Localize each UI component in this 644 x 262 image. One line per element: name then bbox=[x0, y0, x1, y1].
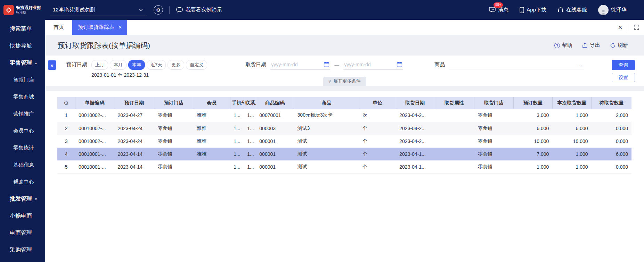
gear-icon: ⚙ bbox=[156, 7, 161, 13]
close-panel-icon[interactable]: × bbox=[618, 24, 622, 31]
tab-active-label: 预订取货跟踪表 bbox=[78, 24, 114, 31]
sidebar-item-retail-stats[interactable]: 零售统计 bbox=[0, 140, 45, 157]
cell-member bbox=[193, 160, 230, 173]
sidebar-item-ecommerce-management[interactable]: 电商管理 bbox=[0, 225, 45, 242]
sidebar-item-wholesale-management[interactable]: 批发管理▼ bbox=[0, 191, 45, 208]
sidebar-item-procurement-management[interactable]: 采购管理 bbox=[0, 242, 45, 259]
export-button[interactable]: 导出 bbox=[582, 42, 600, 49]
logo-subtitle: 标准版 bbox=[16, 10, 41, 15]
sidebar-item-retail-management[interactable]: 零售管理▲ bbox=[0, 54, 45, 71]
table-row[interactable]: 100010002-...2023-04-27零食铺雅雅1...1...0007… bbox=[57, 109, 631, 122]
settings-button[interactable]: 设置 bbox=[612, 73, 635, 82]
column-header-phone[interactable]: 手机号 bbox=[230, 97, 244, 109]
sidebar-item-smart-store[interactable]: 智慧门店 bbox=[0, 71, 45, 88]
row-index: 3 bbox=[57, 135, 75, 147]
fullscreen-icon[interactable] bbox=[634, 25, 639, 30]
cell-phone: 1... bbox=[230, 147, 244, 160]
cell-current-pickup-qty: 1.000 bbox=[552, 147, 591, 160]
topbar-settings-button[interactable]: ⚙ bbox=[154, 5, 163, 15]
cell-pickup-store: 零食铺 bbox=[474, 160, 513, 173]
calendar-icon[interactable] bbox=[324, 61, 329, 67]
help-button[interactable]: ? 帮助 bbox=[554, 42, 572, 49]
sidebar-menu: 搜索菜单快捷导航零售管理▲智慧门店零售商城营销推广会员中心零售统计基础信息帮助中… bbox=[0, 20, 45, 262]
sidebar-item-search-menu[interactable]: 搜索菜单 bbox=[0, 20, 45, 37]
product-picker-button[interactable]: ... bbox=[577, 62, 583, 67]
range-pill-this-year[interactable]: 本年 bbox=[128, 60, 145, 70]
user-menu[interactable]: 徐泽华 bbox=[598, 5, 627, 15]
table-row[interactable]: 500010001-...2023-04-14零食铺1...1...000001… bbox=[57, 160, 631, 173]
cell-order-date: 2023-04-24 bbox=[114, 135, 154, 147]
tab-home[interactable]: 首页 bbox=[45, 20, 72, 35]
column-header-current-pickup-qty[interactable]: 本次取货数量 bbox=[552, 97, 591, 109]
collapse-filters-button[interactable]: » bbox=[48, 60, 56, 70]
demo-link[interactable]: 我要看实例演示 bbox=[176, 7, 222, 13]
org-selector[interactable]: 12李艳芬测试勿删 bbox=[50, 4, 147, 16]
sidebar-item-retail-mall[interactable]: 零售商城 bbox=[0, 88, 45, 105]
column-header-product[interactable]: 商品 bbox=[294, 97, 359, 109]
sidebar-item-label: 批发管理 bbox=[10, 195, 32, 203]
logo-icon bbox=[3, 5, 14, 15]
column-header-pickup-date[interactable]: 取货日期 bbox=[396, 97, 434, 109]
column-header-pending-qty[interactable]: 待取货数量 bbox=[592, 97, 631, 109]
pickup-date-end-input[interactable] bbox=[344, 62, 394, 67]
sidebar-item-quick-nav[interactable]: 快捷导航 bbox=[0, 37, 45, 54]
logo-text: 畅捷通好业财 标准版 bbox=[16, 6, 41, 14]
row-index: 2 bbox=[57, 122, 75, 135]
sidebar-item-label: 零售管理 bbox=[10, 59, 32, 67]
pickup-date-end[interactable] bbox=[343, 60, 403, 70]
calendar-icon[interactable] bbox=[397, 61, 402, 67]
sidebar-item-xiaochang-ecommerce[interactable]: 小畅电商 bbox=[0, 208, 45, 225]
range-pill-last-7-days[interactable]: 近7天 bbox=[147, 60, 166, 70]
cell-phone: 1... bbox=[230, 122, 244, 135]
column-header-pickup-store[interactable]: 取货门店 bbox=[474, 97, 513, 109]
tab-pickup-tracking[interactable]: 预订取货跟踪表 × bbox=[72, 20, 127, 35]
sidebar-item-help-center[interactable]: 帮助中心 bbox=[0, 174, 45, 191]
column-header-pickup-attr[interactable]: 取货属性 bbox=[434, 97, 474, 109]
table-row[interactable]: 200010002-...2023-04-24零食铺雅雅1...1...0000… bbox=[57, 122, 631, 135]
column-header-member[interactable]: 会员 bbox=[193, 97, 230, 109]
range-pill-this-month[interactable]: 本月 bbox=[110, 60, 127, 70]
page-title: 预订取货跟踪表(按单据编码) bbox=[58, 41, 150, 50]
pickup-date-start-input[interactable] bbox=[271, 62, 321, 67]
column-header-order-date[interactable]: 预订日期 bbox=[114, 97, 154, 109]
sidebar-item-basic-info[interactable]: 基础信息 bbox=[0, 157, 45, 174]
product-input[interactable] bbox=[450, 61, 577, 67]
cell-contact-phone: 1... bbox=[244, 122, 256, 135]
range-pill-custom[interactable]: 自定义 bbox=[186, 60, 207, 70]
cell-phone: 1... bbox=[230, 109, 244, 122]
cell-current-pickup-qty: 10.000 bbox=[552, 135, 591, 147]
sidebar-item-label: 帮助中心 bbox=[13, 179, 34, 185]
sidebar-item-marketing-promo[interactable]: 营销推广 bbox=[0, 105, 45, 122]
sidebar-item-member-center[interactable]: 会员中心 bbox=[0, 122, 45, 140]
sidebar-item-label: 零售商城 bbox=[13, 94, 34, 100]
table-row[interactable]: 400010001-...2023-04-14零食铺雅雅1...1...0000… bbox=[57, 147, 631, 160]
cell-pickup-attr bbox=[434, 135, 474, 147]
online-service-button[interactable]: 在线客服 bbox=[557, 7, 587, 13]
cell-order-qty: 10.000 bbox=[513, 135, 552, 147]
column-header-product-code[interactable]: 商品编码 bbox=[256, 97, 294, 109]
cell-phone: 1... bbox=[230, 160, 244, 173]
column-header-order-qty[interactable]: 预订数量 bbox=[513, 97, 552, 109]
range-pill-last-month[interactable]: 上月 bbox=[91, 60, 108, 70]
pickup-date-start[interactable] bbox=[270, 60, 330, 70]
sidebar-item-label: 营销推广 bbox=[13, 111, 34, 117]
app-download-button[interactable]: App下载 bbox=[520, 7, 546, 13]
column-header-contact-phone[interactable]: 联系人电话 bbox=[244, 97, 256, 109]
table-row[interactable]: 300010002-...2023-04-24零食铺雅雅1...1...0000… bbox=[57, 135, 631, 147]
row-index: 4 bbox=[57, 147, 75, 160]
expand-more-button[interactable]: » 展开更多条件 bbox=[323, 77, 366, 86]
cell-pickup-store: 零食铺 bbox=[474, 147, 513, 160]
search-button[interactable]: 查询 bbox=[612, 60, 635, 70]
cell-member: 雅雅 bbox=[193, 109, 230, 122]
double-chevron-down-icon: » bbox=[327, 80, 333, 82]
tab-close-icon[interactable]: × bbox=[119, 25, 122, 30]
column-header-unit[interactable]: 单位 bbox=[359, 97, 396, 109]
filter-panel: » 预订日期 上月本月本年近7天更多自定义 2023-01-01 至 2023-… bbox=[45, 56, 644, 86]
column-header-doc-code[interactable]: 单据编码 bbox=[75, 97, 114, 109]
refresh-button[interactable]: 刷新 bbox=[610, 42, 628, 49]
messages-button[interactable]: 99+ 消息 bbox=[489, 7, 508, 13]
cell-unit: 个 bbox=[359, 147, 396, 160]
range-pill-more[interactable]: 更多 bbox=[168, 60, 184, 70]
table-column-settings-button[interactable]: ⚙ bbox=[57, 97, 75, 109]
column-header-order-store[interactable]: 预订门店 bbox=[154, 97, 193, 109]
